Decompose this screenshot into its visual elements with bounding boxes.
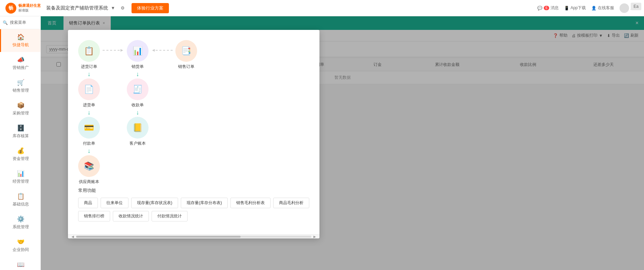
basic-info-icon: 📋 — [17, 193, 24, 200]
home-icon: 🏠 — [17, 33, 24, 41]
cf-btn-counterpart[interactable]: 往来单位 — [101, 198, 128, 208]
flow-col-right: 📊 销货单 ↓ 🧾 收款单 ↓ 📒 — [127, 40, 149, 146]
newbie-icon: 📖 — [17, 261, 24, 268]
online-service-item[interactable]: 👤 在线客服 — [591, 5, 614, 11]
receipt-icon: 🧾 — [133, 85, 143, 94]
cf-btn-stock-dist[interactable]: 现存量(库存分布表) — [181, 198, 228, 208]
supplier-ledger-icon: 📚 — [84, 161, 94, 171]
sidebar-item-quick-nav[interactable]: 🏠 快捷导航 — [0, 29, 40, 52]
sale-bill-circle: 📊 — [127, 40, 149, 62]
customer-ledger-circle: 📒 — [127, 117, 149, 139]
sale-bill-node[interactable]: 📊 销货单 — [127, 40, 149, 70]
sidebar-item-finance[interactable]: 💰 资金管理 — [0, 143, 40, 166]
sidebar-label-operation: 经营管理 — [13, 179, 29, 184]
trial-button[interactable]: 体验行业方案 — [132, 3, 169, 13]
purchase-order-label: 进货订单 — [81, 64, 97, 70]
common-title: 常用功能 — [78, 187, 309, 194]
cf-btn-goods-profit[interactable]: 商品毛利分析 — [273, 198, 309, 208]
system-title: 装备及固定资产辅助管理系统 — [46, 5, 108, 11]
sale-bill-icon: 📊 — [133, 46, 143, 56]
arrow-left-1: ◄ — [151, 48, 156, 53]
scrollbar-thumb — [76, 236, 241, 238]
purchase-bill-label: 进货单 — [83, 102, 95, 108]
payment-icon: 💳 — [84, 123, 94, 132]
modal-box: 📋 进货订单 ↓ 📄 进货单 ↓ 💳 — [68, 30, 319, 238]
message-item[interactable]: 💬 6 消息 — [537, 5, 559, 11]
h-arrow-2: ◄ — [149, 40, 175, 53]
customer-ledger-icon: 📒 — [133, 123, 143, 132]
dashed-line-1 — [103, 50, 120, 51]
common-functions: 常用功能 商品 往来单位 现存量(库存状况表) 现存量(库存分布表) 销售毛利分… — [78, 187, 309, 221]
sidebar-label-basic-info: 基础信息 — [13, 201, 29, 207]
search-menu-label: 搜索菜单 — [10, 20, 26, 25]
purchase-bill-node[interactable]: 📄 进货单 — [78, 78, 100, 108]
sales-icon: 🛒 — [17, 79, 24, 86]
scrollbar-track[interactable] — [76, 236, 311, 238]
app-download-item[interactable]: 📱 App下载 — [564, 5, 586, 11]
header-right: 💬 6 消息 📱 App下载 👤 在线客服 用户 Ea — [537, 3, 639, 13]
sidebar-item-enterprise[interactable]: 🤝 企业协同 — [0, 234, 40, 257]
dropdown-icon[interactable]: ▼ — [111, 5, 115, 11]
cf-btn-sales-profit[interactable]: 销售毛利分析表 — [230, 198, 271, 208]
sidebar-item-basic-info[interactable]: 📋 基础信息 — [0, 188, 40, 211]
purchase-order-circle: 📋 — [78, 40, 100, 62]
modal-overlay[interactable]: 📋 进货订单 ↓ 📄 进货单 ↓ 💳 — [41, 16, 644, 270]
cf-btn-sales-rank[interactable]: 销售排行榜 — [78, 211, 110, 221]
sidebar-label-purchase: 采购管理 — [13, 110, 29, 116]
ea-badge: Ea — [631, 3, 641, 10]
scroll-left-arrow[interactable]: ◄ — [71, 234, 75, 239]
dashed-line-2 — [156, 50, 173, 51]
sidebar-label-inventory: 库存核算 — [13, 133, 29, 139]
flow-col-left: 📋 进货订单 ↓ 📄 进货单 ↓ 💳 — [78, 40, 100, 185]
message-icon: 💬 — [537, 6, 542, 11]
sale-order-icon: 📑 — [181, 46, 191, 56]
logo-sub: 标准版 — [18, 8, 41, 13]
sidebar-item-inventory[interactable]: 🗄️ 库存核算 — [0, 120, 40, 143]
sidebar: 🔍 搜索菜单 🏠 快捷导航 📣 营销推广 🛒 销售管理 📦 采购管理 🗄️ 库存… — [0, 16, 41, 270]
sidebar-label-system: 系统管理 — [13, 224, 29, 230]
enterprise-icon: 🤝 — [17, 238, 24, 246]
payment-circle: 💳 — [78, 117, 100, 139]
sidebar-item-sales[interactable]: 🛒 销售管理 — [0, 75, 40, 97]
customer-ledger-label: 客户账本 — [129, 141, 146, 146]
sidebar-label-marketing: 营销推广 — [13, 65, 29, 71]
sidebar-item-purchase[interactable]: 📦 采购管理 — [0, 97, 40, 120]
purchase-bill-circle: 📄 — [78, 78, 100, 100]
sale-order-circle: 📑 — [175, 40, 197, 62]
payment-node[interactable]: 💳 付款单 — [78, 117, 100, 146]
supplier-ledger-circle: 📚 — [78, 155, 100, 177]
purchase-order-node[interactable]: 📋 进货订单 — [78, 40, 100, 70]
receipt-label: 收款单 — [132, 102, 144, 108]
receipt-node[interactable]: 🧾 收款单 — [127, 78, 149, 108]
top-header: 畅 畅康通好生意 标准版 装备及固定资产辅助管理系统 ▼ ⚙ 体验行业方案 💬 … — [0, 0, 644, 16]
service-icon: 👤 — [591, 6, 596, 11]
flow-diagram: 📋 进货订单 ↓ 📄 进货单 ↓ 💳 — [78, 40, 309, 185]
sidebar-item-operation[interactable]: 📊 经营管理 — [0, 166, 40, 188]
sidebar-item-system[interactable]: ⚙️ 系统管理 — [0, 211, 40, 234]
settings-icon[interactable]: ⚙ — [121, 5, 125, 11]
search-icon: 🔍 — [3, 20, 8, 25]
logo-text: 畅康通好生意 — [18, 3, 41, 8]
system-title-area: 装备及固定资产辅助管理系统 ▼ ⚙ 体验行业方案 — [46, 3, 537, 13]
cf-btn-receipt-stats[interactable]: 收款情况统计 — [113, 211, 149, 221]
sidebar-item-marketing[interactable]: 📣 营销推广 — [0, 52, 40, 75]
avatar — [620, 3, 629, 13]
modal-scrollbar: ◄ ► — [68, 234, 319, 238]
supplier-ledger-node[interactable]: 📚 供应商账本 — [78, 155, 100, 185]
purchase-icon: 📦 — [17, 102, 24, 109]
scroll-right-arrow[interactable]: ► — [313, 234, 317, 239]
message-label: 消息 — [551, 5, 559, 11]
payment-label: 付款单 — [83, 141, 95, 146]
cf-btn-stock-status[interactable]: 现存量(库存状况表) — [131, 198, 178, 208]
sale-bill-label: 销货单 — [132, 64, 144, 70]
arrow-down-1: ↓ — [88, 71, 91, 77]
sale-order-node[interactable]: 📑 销售订单 — [175, 40, 197, 70]
sidebar-item-newbie[interactable]: 📖 新手引导 — [0, 257, 40, 270]
customer-ledger-node[interactable]: 📒 客户账本 — [127, 117, 149, 146]
sidebar-label-enterprise: 企业协同 — [13, 247, 29, 253]
cf-btn-payment-stats[interactable]: 付款情况统计 — [152, 211, 188, 221]
arrow-down-2: ↓ — [88, 109, 91, 115]
cf-btn-goods[interactable]: 商品 — [78, 198, 98, 208]
search-menu[interactable]: 🔍 搜索菜单 — [0, 16, 40, 29]
purchase-order-icon: 📋 — [84, 46, 94, 56]
